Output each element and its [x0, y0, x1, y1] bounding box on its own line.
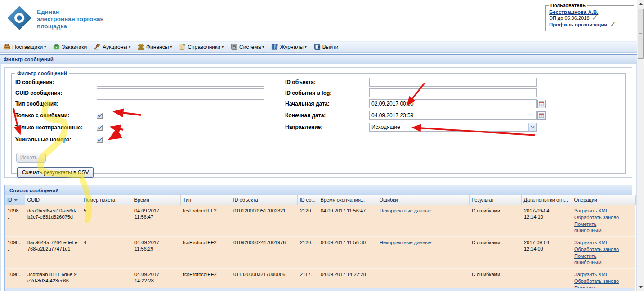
main-menu: Поставщики▾ Заказчики Аукционы▾ Финансы▾… — [0, 41, 637, 53]
chevron-down-icon: ▾ — [129, 45, 130, 49]
cell-end-time: 04.09.2017 11:56:47 — [318, 205, 377, 237]
book-icon — [179, 44, 186, 50]
scrollbar-thumb[interactable] — [638, 9, 644, 59]
load-xml-link[interactable]: Загрузить XML — [574, 207, 625, 214]
cell-id: 1098... — [5, 205, 25, 237]
log-event-id-input[interactable] — [369, 88, 537, 97]
grid-title: Список сообщений — [5, 185, 632, 195]
table-row[interactable]: 1098... 8ac9644a-7264-e6ef-e768-a2b2a774… — [5, 237, 635, 269]
load-xml-link[interactable]: Загрузить XML — [574, 239, 625, 246]
error-details-link[interactable]: Некорректные данные — [380, 208, 431, 213]
search-button[interactable]: Искать... — [16, 153, 46, 163]
unsent-only-label: Только неотправленные: — [15, 124, 97, 131]
unsent-only-checkbox[interactable] — [97, 125, 103, 131]
edit-pencil-icon[interactable] — [592, 15, 597, 22]
col-header-id[interactable]: ID — [5, 195, 25, 205]
menu-item-finance[interactable]: Финансы▾ — [138, 44, 172, 50]
chevron-down-icon: ▾ — [170, 45, 172, 49]
col-header-end-time[interactable]: Время окончания... — [318, 195, 377, 205]
cell-errors: Некорректные данные — [377, 205, 469, 237]
menu-item-customers[interactable]: Заказчики — [53, 44, 87, 50]
end-date-label: Конечная дата: — [285, 112, 369, 119]
messages-grid-panel: Список сообщений ID GUID Номер пакета Вр… — [4, 185, 632, 291]
start-date-input[interactable] — [369, 99, 537, 108]
errors-only-checkbox[interactable] — [97, 113, 103, 119]
scroll-down-button[interactable] — [637, 283, 644, 291]
end-date-input[interactable] — [369, 111, 537, 120]
bank-icon — [138, 44, 144, 50]
message-guid-input[interactable] — [97, 88, 264, 97]
mark-erroneous-link[interactable]: Пометить ошибочным — [574, 221, 625, 234]
message-id-input[interactable] — [97, 78, 264, 87]
calendar-icon[interactable] — [537, 111, 546, 120]
exit-icon — [314, 44, 321, 50]
chevron-down-icon: ▾ — [44, 45, 46, 49]
menu-item-system[interactable]: Система▾ — [231, 44, 264, 50]
journals-icon — [271, 44, 278, 50]
cell-id: 1098... — [5, 237, 25, 269]
filter-fieldset: Фильтр сообщений ID сообщения: GUID сооб… — [11, 71, 626, 174]
chevron-down-icon[interactable] — [528, 123, 536, 131]
col-header-result[interactable]: Результат — [469, 195, 521, 205]
top-header: Единая электронная торговая площадка Пол… — [0, 0, 637, 41]
gavel-icon — [94, 44, 101, 50]
col-header-guid[interactable]: GUID — [25, 195, 81, 205]
reprocess-link[interactable]: Обработать заново — [574, 278, 625, 284]
cell-attempt-date: 2017-09-04 12:14:09 — [521, 237, 572, 269]
org-profile-link[interactable]: Профиль организации — [549, 22, 607, 28]
cell-guid: 8ac9644a-7264-e6ef-e768-a2b2a77471d1 — [25, 237, 81, 269]
cell-package: 4 — [81, 237, 132, 269]
cell-type: fcsProtocolEF2 — [180, 237, 231, 269]
cert-info: ЭП до 05.06.2018 — [549, 15, 590, 21]
reprocess-link[interactable]: Обработать заново — [574, 214, 625, 220]
direction-select[interactable]: Исходящие — [369, 123, 537, 132]
calendar-icon[interactable] — [537, 100, 546, 108]
message-guid-label: GUID сообщения: — [15, 90, 97, 96]
unique-numbers-checkbox[interactable] — [97, 137, 103, 143]
col-header-package[interactable]: Номер пакета — [81, 195, 132, 205]
menu-item-directories[interactable]: Справочники▾ — [179, 44, 224, 50]
error-details-link[interactable]: Некорректные данные — [380, 240, 431, 245]
object-id-label: ID объекта: — [285, 79, 369, 85]
chevron-down-icon: ▾ — [262, 45, 264, 49]
user-box: Пользователь Бесстрашнова А.В. ЭП до 05.… — [545, 3, 634, 31]
cell-object-id: 0109200002417001976 — [231, 237, 297, 269]
logo-text: Единая электронная торговая площадка — [37, 9, 103, 30]
menu-item-suppliers[interactable]: Поставщики▾ — [4, 44, 46, 50]
cell-guid: dea0bed6-ea10-a56d-b2c7-e831d326075d — [25, 205, 81, 237]
col-header-time[interactable]: Время — [132, 195, 180, 205]
chip-icon — [231, 44, 237, 50]
unique-numbers-label: Уникальные номера: — [15, 137, 97, 143]
load-xml-link[interactable]: Загрузить XML — [574, 271, 625, 278]
filter-right-column: ID объекта: ID события в log: Начальная … — [285, 78, 622, 178]
menu-item-journals[interactable]: Журналы▾ — [271, 44, 306, 50]
edit-pencil-icon[interactable] — [610, 22, 615, 28]
col-header-attempt-date[interactable]: Дата попытки отп... — [521, 195, 572, 205]
menu-item-auctions[interactable]: Аукционы▾ — [94, 44, 130, 50]
menu-item-logout[interactable]: Выйти — [314, 44, 339, 50]
direction-selected-value: Исходящие — [370, 124, 528, 130]
filter-left-column: ID сообщения: GUID сообщения: Тип сообще… — [15, 78, 285, 178]
start-date-label: Начальная дата: — [285, 101, 369, 107]
col-header-id-so[interactable]: ID со... — [297, 195, 318, 205]
user-name-link[interactable]: Бесстрашнова А.В. — [549, 9, 598, 15]
download-csv-button[interactable]: Скачать результаты в CSV — [17, 167, 94, 178]
scroll-up-button[interactable] — [637, 0, 644, 8]
cell-type: fcsProtocolEF2 — [180, 205, 231, 237]
reprocess-link[interactable]: Обработать заново — [574, 246, 625, 252]
cell-result: С ошибками — [469, 205, 521, 237]
col-header-type[interactable]: Тип — [180, 195, 231, 205]
col-header-operations[interactable]: Операции — [572, 195, 635, 205]
user-box-legend: Пользователь — [549, 3, 587, 8]
col-header-object-id[interactable]: ID объекта — [231, 195, 297, 205]
vertical-scrollbar[interactable] — [637, 0, 644, 291]
table-row[interactable]: 1098... dea0bed6-ea10-a56d-b2c7-e831d326… — [5, 205, 635, 237]
grid-bottom-strip — [5, 288, 634, 291]
col-header-errors[interactable]: Ошибки — [377, 195, 469, 205]
message-type-input[interactable] — [97, 99, 264, 108]
mark-erroneous-link[interactable]: Пометить ошибочным — [574, 253, 625, 265]
object-id-input[interactable] — [369, 78, 537, 87]
cell-id-so: 2120... — [297, 237, 318, 269]
chevron-down-icon: ▾ — [305, 45, 307, 49]
direction-label: Направление: — [285, 124, 369, 130]
